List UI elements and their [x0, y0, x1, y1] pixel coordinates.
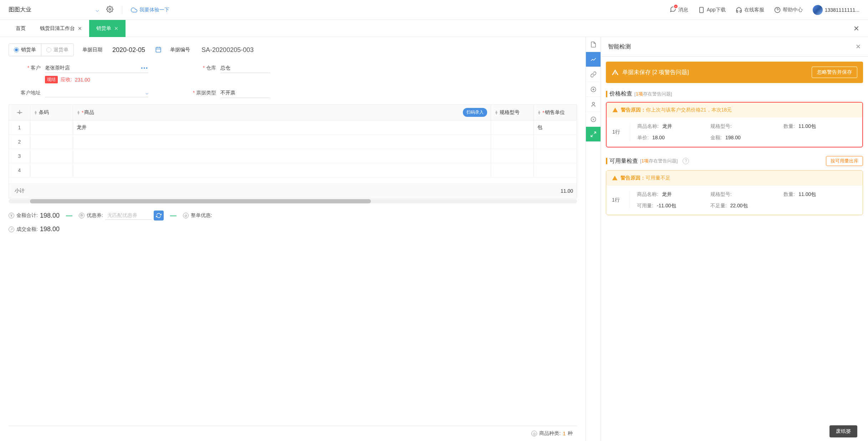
- reason-label: 警告原因：: [621, 175, 645, 181]
- warehouse-input[interactable]: 总仓: [220, 63, 270, 73]
- cell-spec[interactable]: [491, 163, 534, 177]
- panel-title: 智能检测: [608, 43, 631, 51]
- cell-spec[interactable]: [491, 120, 534, 134]
- smart-check-panel: 智能检测 ✕ 单据未保存 [2 项警告问题] 忽略警告并保存 价格检查 [1项存…: [601, 37, 868, 441]
- online-service-link[interactable]: 在线客服: [736, 7, 764, 13]
- cell-spec[interactable]: [491, 149, 534, 163]
- app-download-link[interactable]: App下载: [698, 7, 726, 13]
- ignore-save-button[interactable]: 忽略警告并保存: [812, 67, 857, 78]
- messages-link[interactable]: 消息: [670, 6, 688, 14]
- cell-product[interactable]: [73, 163, 491, 177]
- header-label: 商品: [84, 109, 94, 116]
- trash-button[interactable]: 废纸篓: [829, 425, 857, 437]
- col-barcode[interactable]: ▲▼条码: [30, 105, 73, 120]
- cell-spec[interactable]: [491, 135, 534, 149]
- footer-stats: ◎ 商品种类: 1 种: [9, 426, 577, 441]
- tab-sales-order[interactable]: 销货单 ✕: [89, 20, 126, 37]
- radio-label: 销货单: [21, 47, 36, 53]
- help-center-link[interactable]: 帮助中心: [774, 7, 803, 13]
- cell-barcode[interactable]: [30, 120, 73, 134]
- col-unit[interactable]: ▲▼*销售单位: [534, 105, 577, 120]
- panel-header: 智能检测 ✕: [601, 37, 868, 57]
- top-header: 图图大业 ⌵ 我要体验一下 消息 App下载 在线客服 帮助中心: [0, 0, 868, 20]
- kind-count: 1: [563, 431, 566, 436]
- cell-unit[interactable]: [534, 135, 577, 149]
- table-row[interactable]: 3: [9, 149, 577, 163]
- tab-label: 钱货日清工作台: [40, 25, 75, 32]
- address-input[interactable]: ⌵: [45, 88, 148, 97]
- chevron-down-icon: ⌵: [96, 6, 99, 13]
- col-product[interactable]: ▲▼*商品 扫码录入: [73, 105, 491, 120]
- radio-label: 退货单: [53, 47, 68, 53]
- side-btn-doc[interactable]: [586, 37, 601, 52]
- yen-icon: ¥: [9, 213, 14, 218]
- title-text: 价格检查: [609, 90, 632, 98]
- help-icon[interactable]: ?: [683, 158, 689, 164]
- side-btn-chart[interactable]: [586, 52, 601, 67]
- type-row: 销货单 退货单 单据日期 2020-02-05 单据编号 SA-20200205…: [9, 43, 577, 56]
- table-row-partial[interactable]: [9, 177, 577, 184]
- user-menu[interactable]: 13381111111...: [813, 5, 859, 15]
- tab-home[interactable]: 首页: [9, 20, 33, 37]
- settings-button[interactable]: [106, 6, 113, 14]
- warehouse-label: 仓库: [184, 63, 216, 71]
- close-icon[interactable]: ✕: [114, 26, 118, 31]
- side-btn-money[interactable]: ¥: [586, 112, 601, 127]
- sync-icon: [590, 86, 597, 93]
- line-items-table: ▲▼条码 ▲▼*商品 扫码录入 ▲▼规格型号 ▲▼*销售单位 1 龙井 包 2: [9, 104, 577, 198]
- cell-barcode[interactable]: [30, 149, 73, 163]
- close-icon[interactable]: ✕: [78, 26, 82, 31]
- invoice-input[interactable]: 不开票: [220, 88, 270, 98]
- v: 18.00: [652, 135, 665, 141]
- side-btn-user[interactable]: [586, 97, 601, 112]
- date-label: 单据日期: [82, 47, 102, 53]
- radio-sales[interactable]: 销货单: [9, 44, 41, 56]
- scan-button[interactable]: 扫码录入: [463, 108, 487, 117]
- col-spec[interactable]: ▲▼规格型号: [491, 105, 534, 120]
- side-btn-sync[interactable]: [586, 82, 601, 97]
- customer-input[interactable]: 老张茶叶店 •••: [45, 63, 148, 73]
- count: 1项: [636, 91, 643, 97]
- cell-product[interactable]: 龙井: [73, 120, 491, 134]
- cell-unit[interactable]: [534, 149, 577, 163]
- side-btn-link[interactable]: [586, 67, 601, 82]
- refresh-button[interactable]: [154, 211, 164, 220]
- side-btn-expand[interactable]: [586, 127, 601, 142]
- table-row[interactable]: 4: [9, 163, 577, 177]
- cell-unit[interactable]: 包: [534, 120, 577, 134]
- deal-icon: ↗: [9, 227, 14, 232]
- table-row[interactable]: 1 龙井 包: [9, 120, 577, 135]
- scroll-thumb[interactable]: [30, 199, 371, 203]
- tab-bar-close-button[interactable]: ✕: [853, 24, 859, 33]
- cell-unit[interactable]: [534, 163, 577, 177]
- date-value[interactable]: 2020-02-05: [112, 46, 145, 54]
- doc-number: SA-20200205-003: [201, 46, 254, 54]
- tab-workbench[interactable]: 钱货日清工作台 ✕: [33, 20, 89, 37]
- totals-row: ¥ 金额合计: 198.00 — 券 优惠券: 无匹配优惠券 — ⊘ 整单优惠:: [9, 211, 577, 220]
- panel-close-button[interactable]: ✕: [856, 43, 861, 51]
- header-label: 规格型号: [500, 109, 520, 116]
- horizontal-scrollbar[interactable]: [9, 199, 577, 203]
- detail-grid: 商品名称:龙井 规格型号: 数量:11.00包 可用量:-11.00包 不足量:…: [637, 191, 857, 209]
- cell-barcode[interactable]: [30, 163, 73, 177]
- more-icon[interactable]: •••: [141, 65, 148, 71]
- separator-icon: —: [66, 212, 72, 219]
- price-warning-card: 警告原因：你上次与该客户交易价格21，本次18元 1行 商品名称:龙井 规格型号…: [606, 102, 863, 147]
- coupon-field: 券 优惠券: 无匹配优惠券: [79, 211, 164, 220]
- col-settings[interactable]: [9, 105, 30, 120]
- warning-reason: 警告原因：你上次与该客户交易价格21，本次18元: [607, 103, 862, 118]
- company-selector[interactable]: 图图大业 ⌵: [9, 6, 99, 14]
- tab-label: 首页: [16, 25, 26, 32]
- gear-icon: [106, 6, 113, 13]
- experience-link[interactable]: 我要体验一下: [131, 7, 169, 13]
- invoice-field: 票据类型 不开票: [184, 88, 270, 98]
- stock-out-button[interactable]: 按可用量出库: [826, 156, 863, 166]
- cell-barcode[interactable]: [30, 135, 73, 149]
- table-row[interactable]: 2: [9, 135, 577, 149]
- money-icon: ¥: [590, 116, 597, 123]
- cell-product[interactable]: [73, 135, 491, 149]
- coupon-input[interactable]: 无匹配优惠券: [105, 212, 152, 220]
- calendar-icon[interactable]: [155, 46, 162, 54]
- radio-return[interactable]: 退货单: [41, 44, 73, 56]
- cell-product[interactable]: [73, 149, 491, 163]
